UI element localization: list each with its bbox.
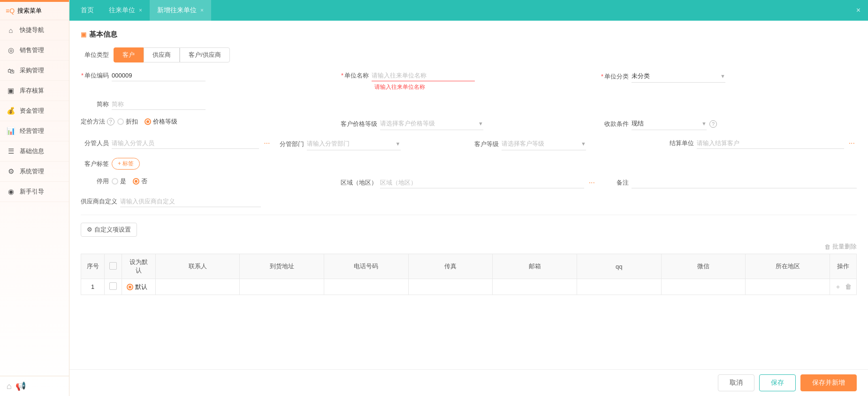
region-field: 区域（地区） ···: [341, 177, 597, 188]
batch-delete-label[interactable]: 批量删除: [832, 242, 857, 251]
tab-home[interactable]: 首页: [73, 0, 101, 21]
contacts-table: 序号设为默认联系人到货地址电话号码传真邮箱qq微信所在地区操作 1 默认 ＋ 🗑: [81, 254, 857, 295]
table-col-header: qq: [577, 254, 661, 279]
sidebar-item-finance[interactable]: 💰 资金管理: [0, 101, 69, 121]
home-icon: ⌂: [7, 381, 12, 391]
unit-name-input[interactable]: [372, 70, 475, 81]
pricing-price-level-radio: [145, 118, 151, 125]
batch-delete-area: 🗑 批量删除: [81, 242, 857, 251]
unit-category-select[interactable]: 未分类 ▼: [632, 70, 725, 83]
row-no: 1: [81, 279, 105, 295]
pricing-help-icon[interactable]: ?: [107, 118, 114, 125]
unit-type-field: 单位类型 客户 供应商 客户/供应商: [81, 47, 230, 62]
sidebar-item-guide[interactable]: ◉ 新手引导: [0, 182, 69, 202]
table-header-row: 序号设为默认联系人到货地址电话号码传真邮箱qq微信所在地区操作: [81, 254, 857, 279]
sidebar-search[interactable]: ≡Q 搜索菜单: [0, 2, 69, 20]
basic-icon: ☰: [7, 147, 15, 155]
email-input[interactable]: [497, 283, 572, 290]
unit-code-input[interactable]: [112, 70, 206, 81]
abbr-input[interactable]: [112, 99, 206, 110]
abbr-label: 简称: [81, 100, 109, 109]
add-tag-btn[interactable]: + 标签: [112, 158, 140, 170]
contact-input[interactable]: [160, 283, 235, 290]
disabled-yes[interactable]: 是: [112, 177, 126, 186]
row-qq: [577, 279, 661, 295]
unit-type-both[interactable]: 客户/供应商: [180, 47, 230, 62]
add-row-icon[interactable]: ＋: [835, 283, 841, 291]
sidebar-item-basic[interactable]: ☰ 基础信息: [0, 141, 69, 162]
fax-input[interactable]: [413, 283, 488, 290]
wechat-input[interactable]: [666, 283, 741, 290]
region-input[interactable]: [380, 177, 584, 188]
chevron-down-icon: ▼: [701, 121, 707, 126]
remark-input[interactable]: [632, 177, 857, 188]
disabled-field: 停用 是 否: [81, 177, 337, 186]
save-button[interactable]: 保存: [759, 374, 796, 391]
manager-input[interactable]: [112, 138, 187, 148]
payment-help-icon[interactable]: ?: [709, 120, 717, 128]
row-checkbox: [105, 279, 122, 295]
phone-input[interactable]: [329, 283, 404, 290]
pricing-price-level[interactable]: 价格等级: [145, 117, 177, 126]
unit-code-label: *单位编码: [81, 71, 109, 80]
sales-icon: ◎: [7, 46, 15, 54]
cancel-button[interactable]: 取消: [718, 374, 754, 391]
save-and-new-button[interactable]: 保存并新增: [800, 374, 857, 391]
table-body: 1 默认 ＋ 🗑: [81, 279, 857, 295]
qq-input[interactable]: [582, 283, 656, 290]
settlement-more-btn[interactable]: ···: [847, 139, 857, 148]
payment-terms-label: 收款条件: [601, 120, 629, 128]
sidebar-bottom: ⌂ 📢: [0, 376, 69, 396]
content-area: ▣ 基本信息 单位类型 客户 供应商 客户/供应商 *单位编码: [69, 21, 868, 369]
region-more-btn[interactable]: ···: [587, 179, 597, 187]
supplier-custom-label: 供应商自定义: [81, 197, 117, 206]
row-wechat: [661, 279, 746, 295]
tab-partner-close[interactable]: ×: [139, 7, 142, 14]
custom-settings-btn[interactable]: ⚙ 自定义项设置: [81, 223, 137, 237]
tab-new-partner[interactable]: 新增往来单位 ×: [150, 0, 211, 21]
sidebar-items: ⌂ 快捷导航 ◎ 销售管理 🛍 采购管理 ▣ 库存核算 💰 资金管理 📊 经营管…: [0, 20, 69, 202]
settlement-unit-input[interactable]: [697, 138, 844, 148]
unit-type-customer[interactable]: 客户: [114, 47, 144, 62]
row-address: [240, 279, 324, 295]
disabled-region-row: 停用 是 否 区域（地区）: [81, 177, 857, 188]
chevron-down-icon: ▼: [720, 73, 725, 79]
sidebar-item-purchase[interactable]: 🛍 采购管理: [0, 61, 69, 81]
region-input[interactable]: [750, 283, 825, 290]
inventory-icon: ▣: [7, 86, 15, 95]
delete-row-icon[interactable]: 🗑: [845, 283, 852, 291]
unit-name-label: *单位名称: [341, 71, 369, 80]
trash-icon: 🗑: [824, 243, 830, 250]
customer-price-level-select[interactable]: 请选择客户价格等级 ▼: [380, 117, 483, 130]
guide-icon: ◉: [7, 187, 15, 196]
customer-level-select[interactable]: 请选择客户等级 ▼: [502, 138, 586, 150]
sidebar-item-quick-nav[interactable]: ⌂ 快捷导航: [0, 20, 69, 40]
sidebar-item-inventory[interactable]: ▣ 库存核算: [0, 81, 69, 101]
tab-partner[interactable]: 往来单位 ×: [101, 0, 150, 21]
unit-code-field: *单位编码: [81, 70, 337, 81]
sidebar-item-system[interactable]: ⚙ 系统管理: [0, 162, 69, 182]
address-input[interactable]: [244, 283, 319, 290]
pricing-discount[interactable]: 折扣: [117, 117, 138, 126]
disabled-no[interactable]: 否: [133, 177, 147, 186]
unit-type-supplier[interactable]: 供应商: [144, 47, 180, 62]
quick-nav-icon: ⌂: [7, 26, 15, 34]
remark-label: 备注: [601, 179, 629, 187]
payment-terms-select[interactable]: 现结 ▼: [632, 117, 707, 130]
pricing-radio-group: 折扣 价格等级: [117, 117, 177, 126]
disabled-radio-group: 是 否: [112, 177, 147, 186]
select-all-checkbox[interactable]: [109, 262, 117, 270]
manager-row: 分管人员 ··· 分管部门 请输入分管部门 ▼ 客户等级 请选择客户等级 ▼: [81, 138, 857, 150]
sidebar: ≡Q 搜索菜单 ⌂ 快捷导航 ◎ 销售管理 🛍 采购管理 ▣ 库存核算 💰 资金…: [0, 0, 69, 396]
manager-more-btn[interactable]: ···: [262, 139, 272, 148]
department-select[interactable]: 请输入分管部门 ▼: [307, 138, 401, 150]
search-icon: ≡Q: [6, 7, 15, 15]
disabled-no-radio: [133, 178, 139, 185]
sidebar-item-sales[interactable]: ◎ 销售管理: [0, 40, 69, 61]
tab-new-partner-close[interactable]: ×: [200, 7, 204, 14]
tags-field: 客户标签 + 标签: [81, 158, 857, 170]
close-all-tabs[interactable]: ×: [853, 4, 864, 16]
sidebar-item-operations[interactable]: 📊 经营管理: [0, 121, 69, 141]
supplier-custom-input[interactable]: [120, 196, 261, 207]
row-phone: [324, 279, 409, 295]
